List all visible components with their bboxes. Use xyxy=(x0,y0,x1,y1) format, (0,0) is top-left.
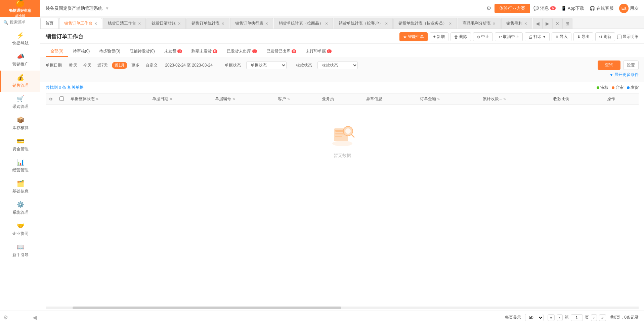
export-btn[interactable]: ⬇ 导出 xyxy=(573,32,593,41)
scrollbar-area[interactable] xyxy=(46,307,639,309)
subtab-shipped-no-out[interactable]: 已发货未出库 0 xyxy=(222,46,261,57)
import-btn[interactable]: ⬆ 导入 xyxy=(552,32,571,41)
message-action[interactable]: 💬 消息 6 xyxy=(533,5,556,11)
tab-margin-close[interactable]: × xyxy=(493,21,496,26)
th-amount[interactable]: 订单金额 ⇅ xyxy=(417,93,479,105)
new-btn[interactable]: + 新增 xyxy=(430,32,448,41)
tab-reconcile-close[interactable]: × xyxy=(178,21,180,26)
subtab-shipped-out[interactable]: 已发货已出库 0 xyxy=(262,46,301,57)
status-filter-select[interactable]: 单据状态 xyxy=(246,61,287,69)
tab-customer-stats[interactable]: 销货单统计表（按客户） × xyxy=(334,18,393,29)
subtab-pending-check[interactable]: 待拣验货(0) xyxy=(94,46,125,57)
show-detail-checkbox[interactable]: 显示明细 xyxy=(617,34,639,40)
th-customer[interactable]: 客户 ⇅ xyxy=(274,93,318,105)
th-ratio: 收款比例 xyxy=(550,93,604,105)
per-page-select[interactable]: 50 100 200 xyxy=(525,314,544,321)
subtab-all[interactable]: 全部(0) xyxy=(46,46,68,57)
settings-filter-btn[interactable]: 设置 xyxy=(623,60,639,70)
tab-cash-daily-close[interactable]: × xyxy=(138,21,141,26)
payment-filter-select[interactable]: 收款状态 xyxy=(317,61,358,69)
tab-close-all[interactable]: ✕ xyxy=(552,18,562,29)
sidebar-item-marketing[interactable]: 📣 营销推广 xyxy=(0,49,40,71)
tab-cash-daily[interactable]: 钱货日清工作台 × xyxy=(103,18,146,29)
page-next-btn[interactable]: › xyxy=(591,314,597,321)
tab-sales-exec[interactable]: 销售订单执行表 × xyxy=(230,18,273,29)
tab-home[interactable]: 首页 xyxy=(40,18,58,29)
th-collected[interactable]: 累计收款... ⇅ xyxy=(479,93,550,105)
tab-sales-exec-close[interactable]: × xyxy=(265,21,268,26)
tab-sales-margin[interactable]: 销售毛利 × xyxy=(501,18,532,29)
marketing-icon: 📣 xyxy=(17,53,24,60)
filter-opt-today[interactable]: 今天 xyxy=(81,62,93,69)
sidebar-item-enterprise[interactable]: 🤝 企业协同 xyxy=(0,219,40,240)
tab-staff-stats-close[interactable]: × xyxy=(449,21,452,26)
tab-margin[interactable]: 商品毛利分析表 × xyxy=(458,18,501,29)
th-settings[interactable]: ⚙ xyxy=(46,93,56,105)
print-btn[interactable]: 🖨 打印 ▼ xyxy=(525,32,550,41)
stop-btn[interactable]: ⊘ 中止 xyxy=(473,32,493,41)
subtab-not-shipped[interactable]: 未发货 0 xyxy=(160,46,187,57)
sidebar-item-inventory[interactable]: 📦 库存核算 xyxy=(0,113,40,134)
app-download-action[interactable]: 📱 App下载 xyxy=(561,5,584,11)
th-status[interactable]: 单据整体状态 ⇅ xyxy=(67,93,149,105)
expand-btn[interactable]: ▼ 展开更多条件 xyxy=(609,72,639,78)
tab-nav-prev[interactable]: ◀ xyxy=(533,18,543,29)
page-prev-btn[interactable]: ‹ xyxy=(557,314,563,321)
tab-sales-stats-close[interactable]: × xyxy=(222,21,224,26)
online-service-action[interactable]: 🎧 在线客服 xyxy=(590,5,614,11)
tab-customer-stats-close[interactable]: × xyxy=(385,21,388,26)
filter-opt-1month[interactable]: 近1月 xyxy=(112,62,128,69)
th-checkbox[interactable] xyxy=(56,93,67,105)
tab-nav-next[interactable]: ▶ xyxy=(543,18,552,29)
filter-opt-more[interactable]: 更多 xyxy=(129,62,141,69)
sidebar-item-guide[interactable]: 📖 新手引导 xyxy=(0,240,40,261)
query-btn[interactable]: 查询 xyxy=(598,60,620,70)
tab-sales-order-close[interactable]: × xyxy=(94,21,97,26)
show-detail-input[interactable] xyxy=(617,35,621,39)
page-input[interactable] xyxy=(571,314,583,321)
smart-generate-btn[interactable]: ★ 智能生单 xyxy=(399,32,428,41)
sidebar-item-sales[interactable]: 💰 销售管理 xyxy=(0,71,40,92)
tab-reconcile[interactable]: 钱货日清对账 × xyxy=(146,18,185,29)
tab-expand[interactable]: ⊞ xyxy=(562,18,572,29)
sidebar-item-basic[interactable]: 🗂️ 基础信息 xyxy=(0,176,40,198)
sidebar-item-system[interactable]: ⚙️ 系统管理 xyxy=(0,198,40,219)
cancel-review-action-btn[interactable]: 弃审 xyxy=(612,85,624,90)
sidebar-item-shortcuts[interactable]: ⚡ 快捷导航 xyxy=(0,28,40,49)
topbar-settings-icon[interactable]: ⚙ xyxy=(486,5,491,11)
subtab-not-printed[interactable]: 未打印单据 0 xyxy=(301,46,336,57)
select-all-checkbox[interactable] xyxy=(59,96,64,101)
subtab-overdue-ship[interactable]: 到期未发货 0 xyxy=(187,46,222,57)
ship-action-btn[interactable]: 发货 xyxy=(627,85,639,90)
industry-btn[interactable]: 体验行业方案 xyxy=(495,4,530,13)
subtab-pending-review[interactable]: 待审核(0) xyxy=(68,46,95,57)
th-number[interactable]: 单据编号 ⇅ xyxy=(212,93,274,105)
sidebar-item-purchase[interactable]: 🛒 采购管理 xyxy=(0,92,40,113)
refresh-btn[interactable]: ↺ 刷新 xyxy=(595,32,615,41)
tab-staff-stats[interactable]: 销货单统计表（按业务员） × xyxy=(393,18,457,29)
review-action-btn[interactable]: 审核 xyxy=(597,85,608,90)
sidebar-search[interactable]: 🔍 搜索菜单 xyxy=(0,17,40,28)
tab-sales-order[interactable]: 销售订单工作台 × xyxy=(59,18,102,29)
page-first-btn[interactable]: « xyxy=(548,314,555,321)
user-action[interactable]: Ea 用友 xyxy=(619,4,639,13)
delete-btn[interactable]: 🗑 删除 xyxy=(450,32,471,41)
scrollbar-thumb[interactable] xyxy=(73,307,341,309)
sales-icon: 💰 xyxy=(17,74,24,81)
th-date[interactable]: 单据日期 ⇅ xyxy=(149,93,212,105)
filter-opt-yesterday[interactable]: 昨天 xyxy=(67,62,79,69)
cancel-stop-btn[interactable]: ↩ 取消中止 xyxy=(495,32,523,41)
filter-opt-custom[interactable]: 自定义 xyxy=(143,62,160,69)
page-last-btn[interactable]: » xyxy=(599,314,606,321)
collapse-icon[interactable]: ◀ xyxy=(33,314,37,321)
tab-sales-stats[interactable]: 销售订单统计表 × xyxy=(186,18,229,29)
dropdown-arrow-icon[interactable]: ▼ xyxy=(105,6,109,11)
tab-goods-stats[interactable]: 销货单统计表（按商品） × xyxy=(274,18,333,29)
filter-opt-7days[interactable]: 近7天 xyxy=(95,62,110,69)
subtab-wangpu[interactable]: 旺铺待发货(0) xyxy=(125,46,160,57)
sidebar-item-operation[interactable]: 📊 经营管理 xyxy=(0,155,40,176)
tab-sales-margin-close[interactable]: × xyxy=(524,21,527,26)
tab-goods-stats-close[interactable]: × xyxy=(325,21,328,26)
sidebar-item-finance[interactable]: 💳 资金管理 xyxy=(0,134,40,155)
settings-bottom-icon[interactable]: ⚙ xyxy=(3,314,8,321)
